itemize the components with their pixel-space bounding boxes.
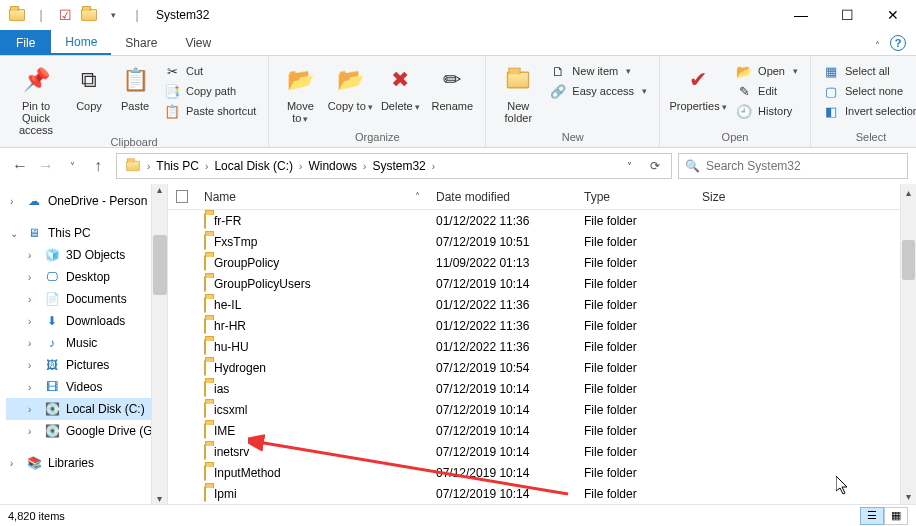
folder-icon [204,403,206,417]
view-tab[interactable]: View [171,30,225,55]
list-scrollbar[interactable]: ▴ ▾ [900,184,916,504]
table-row[interactable]: InputMethod07/12/2019 10:14File folder [168,462,916,483]
tree-documents[interactable]: ›📄Documents [6,288,167,310]
properties-icon: ✔ [682,64,714,96]
back-button[interactable]: ← [8,154,32,178]
details-view-button[interactable]: ☰ [860,507,884,525]
pc-icon: 🖥 [26,225,42,241]
move-to-button[interactable]: 📂 Move to▾ [277,60,323,124]
column-date[interactable]: Date modified [428,190,576,204]
copy-to-button[interactable]: 📂 Copy to▾ [327,60,373,112]
ribbon-group-clipboard: 📌 Pin to Quick access ⧉ Copy 📋 Paste ✂Cu… [0,56,269,147]
tree-videos[interactable]: ›🎞Videos [6,376,167,398]
forward-button[interactable]: → [34,154,58,178]
refresh-button[interactable]: ⟳ [643,154,667,178]
chevron-right-icon[interactable]: › [205,161,208,172]
column-checkbox[interactable] [168,190,196,203]
maximize-button[interactable]: ☐ [824,0,870,30]
new-item-button[interactable]: 🗋New item▾ [546,62,651,80]
paste-shortcut-button[interactable]: 📋Paste shortcut [160,102,260,120]
column-size[interactable]: Size [694,190,794,204]
tree-pictures[interactable]: ›🖼Pictures [6,354,167,376]
minimize-button[interactable]: — [778,0,824,30]
tree-desktop[interactable]: ›🖵Desktop [6,266,167,288]
crumb-local-disk[interactable]: Local Disk (C:) [210,159,297,173]
copy-to-icon: 📂 [334,64,366,96]
recent-locations-button[interactable]: ˅ [60,154,84,178]
select-none-button[interactable]: ▢Select none [819,82,916,100]
edit-button[interactable]: ✎Edit [732,82,802,100]
rename-button[interactable]: ✏ Rename [427,60,477,112]
copy-button[interactable]: ⧉ Copy [68,60,110,112]
tree-downloads[interactable]: ›⬇Downloads [6,310,167,332]
copy-path-button[interactable]: 📑Copy path [160,82,260,100]
new-folder-icon [502,64,534,96]
list-scrollbar-thumb[interactable] [902,240,915,280]
table-row[interactable]: ias07/12/2019 10:14File folder [168,378,916,399]
crumb-system32[interactable]: System32 [368,159,429,173]
crumb-this-pc[interactable]: This PC [152,159,203,173]
tree-libraries[interactable]: ›📚Libraries [6,452,167,474]
table-row[interactable]: icsxml07/12/2019 10:14File folder [168,399,916,420]
history-button[interactable]: 🕘History [732,102,802,120]
easy-access-button[interactable]: 🔗Easy access▾ [546,82,651,100]
column-name[interactable]: Name˄ [196,190,428,204]
chevron-right-icon[interactable]: › [299,161,302,172]
tree-3d-objects[interactable]: ›🧊3D Objects [6,244,167,266]
tree-music[interactable]: ›♪Music [6,332,167,354]
tree-this-pc[interactable]: ⌄🖥This PC [6,222,167,244]
folder-icon [204,235,206,249]
up-button[interactable]: ↑ [86,154,110,178]
table-row[interactable]: Ipmi07/12/2019 10:14File folder [168,483,916,504]
tree-google-drive[interactable]: ›💽Google Drive (G: [6,420,167,442]
file-date: 07/12/2019 10:14 [428,445,576,459]
table-row[interactable]: he-IL01/12/2022 11:36File folder [168,294,916,315]
table-row[interactable]: GroupPolicy11/09/2022 01:13File folder [168,252,916,273]
chevron-right-icon[interactable]: › [147,161,150,172]
crumb-windows[interactable]: Windows [304,159,361,173]
tree-local-disk[interactable]: ›💽Local Disk (C:) [6,398,167,420]
qat-folder-icon[interactable] [78,4,100,26]
column-type[interactable]: Type [576,190,694,204]
home-tab[interactable]: Home [51,30,111,55]
properties-button[interactable]: ✔ Properties▾ [668,60,728,112]
edit-icon: ✎ [736,83,752,99]
share-tab[interactable]: Share [111,30,171,55]
file-type: File folder [576,445,694,459]
chevron-right-icon[interactable]: › [432,161,435,172]
search-box[interactable]: 🔍 [678,153,908,179]
delete-button[interactable]: ✖ Delete▾ [377,60,423,112]
file-name: IME [214,424,235,438]
tree-scrollbar-thumb[interactable] [153,235,167,295]
address-bar[interactable]: › This PC › Local Disk (C:) › Windows › … [116,153,672,179]
file-tab[interactable]: File [0,30,51,55]
chevron-right-icon[interactable]: › [363,161,366,172]
qat-dropdown[interactable]: ▾ [102,4,124,26]
table-row[interactable]: hr-HR01/12/2022 11:36File folder [168,315,916,336]
table-row[interactable]: FxsTmp07/12/2019 10:51File folder [168,231,916,252]
table-row[interactable]: GroupPolicyUsers07/12/2019 10:14File fol… [168,273,916,294]
folder-icon [204,382,206,396]
table-row[interactable]: IME07/12/2019 10:14File folder [168,420,916,441]
close-button[interactable]: ✕ [870,0,916,30]
table-row[interactable]: fr-FR01/12/2022 11:36File folder [168,210,916,231]
tree-scrollbar[interactable]: ▴ ▾ [151,184,167,504]
open-button[interactable]: 📂Open▾ [732,62,802,80]
invert-selection-button[interactable]: ◧Invert selection [819,102,916,120]
new-folder-button[interactable]: New folder [494,60,542,124]
table-row[interactable]: inetsrv07/12/2019 10:14File folder [168,441,916,462]
pin-to-quick-access-button[interactable]: 📌 Pin to Quick access [8,60,64,136]
collapse-ribbon-button[interactable]: ˄ [864,30,890,55]
large-icons-view-button[interactable]: ▦ [884,507,908,525]
cut-button[interactable]: ✂Cut [160,62,260,80]
search-input[interactable] [706,159,901,173]
select-all-button[interactable]: ▦Select all [819,62,916,80]
paste-button[interactable]: 📋 Paste [114,60,156,112]
file-date: 07/12/2019 10:51 [428,235,576,249]
tree-onedrive[interactable]: ›☁OneDrive - Person [6,190,167,212]
table-row[interactable]: Hydrogen07/12/2019 10:54File folder [168,357,916,378]
table-row[interactable]: hu-HU01/12/2022 11:36File folder [168,336,916,357]
address-dropdown-button[interactable]: ˅ [617,154,641,178]
help-button[interactable]: ? [890,35,906,51]
qat-properties-icon[interactable]: ☑ [54,4,76,26]
